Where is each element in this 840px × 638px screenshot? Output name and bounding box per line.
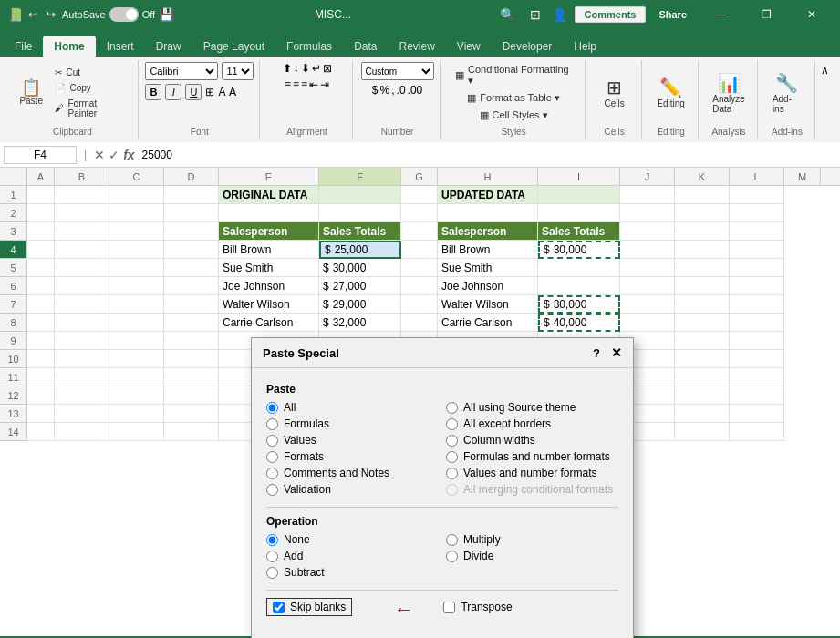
paste-formats-radio[interactable] <box>266 451 278 463</box>
col-header-a[interactable]: A <box>27 168 55 185</box>
paste-values-option[interactable]: Values <box>266 434 439 447</box>
font-color-button[interactable]: A̲ <box>229 86 236 98</box>
cell-g2[interactable] <box>401 204 438 222</box>
row-header-7[interactable]: 7 <box>0 295 27 314</box>
op-subtract-option[interactable]: Subtract <box>266 566 439 579</box>
cell-e3[interactable]: Salesperson <box>219 222 319 241</box>
cell-c3[interactable] <box>109 222 164 241</box>
align-top-button[interactable]: ⬆ <box>283 62 292 75</box>
op-add-option[interactable]: Add <box>266 550 439 562</box>
paste-validation-radio[interactable] <box>266 484 278 496</box>
cell-a5[interactable] <box>27 259 55 277</box>
row-header-3[interactable]: 3 <box>0 222 27 241</box>
comma-button[interactable]: , <box>391 84 394 97</box>
cell-g8[interactable] <box>401 314 438 332</box>
cell-d4[interactable] <box>164 241 219 259</box>
cell-b4[interactable] <box>55 241 109 259</box>
cell-g1[interactable] <box>401 186 438 204</box>
row-header-12[interactable]: 12 <box>0 386 27 405</box>
col-header-k[interactable]: K <box>675 168 730 185</box>
cell-b7[interactable] <box>55 295 109 314</box>
cell-d6[interactable] <box>164 277 219 295</box>
col-header-f[interactable]: F <box>319 168 401 185</box>
cell-k8[interactable] <box>675 314 730 332</box>
col-header-i[interactable]: I <box>538 168 620 185</box>
dialog-help-icon[interactable]: ? <box>593 346 600 360</box>
cell-h8[interactable]: Carrie Carlson <box>438 314 538 332</box>
formula-input[interactable] <box>139 147 836 163</box>
analyze-data-button[interactable]: 📊 AnalyzeData <box>707 70 751 116</box>
cell-k7[interactable] <box>675 295 730 314</box>
cell-f5[interactable]: $ 30,000 <box>319 259 401 277</box>
cell-j5[interactable] <box>620 259 675 277</box>
cell-c1[interactable] <box>109 186 164 204</box>
paste-all-radio[interactable] <box>266 402 278 414</box>
cell-k3[interactable] <box>675 222 730 241</box>
row-header-14[interactable]: 14 <box>0 423 27 441</box>
cell-a8[interactable] <box>27 314 55 332</box>
cell-j7[interactable] <box>620 295 675 314</box>
paste-col-widths-option[interactable]: Column widths <box>446 434 618 447</box>
cell-g3[interactable] <box>401 222 438 241</box>
copy-button[interactable]: 📄Copy <box>49 81 130 95</box>
cell-g5[interactable] <box>401 259 438 277</box>
cell-e8[interactable]: Carrie Carlson <box>219 314 319 332</box>
cell-a2[interactable] <box>27 204 55 222</box>
cell-k1[interactable] <box>675 186 730 204</box>
bold-button[interactable]: B <box>145 84 161 100</box>
cell-k5[interactable] <box>675 259 730 277</box>
search-icon[interactable]: 🔍 <box>493 4 523 26</box>
fill-color-button[interactable]: A <box>218 86 225 98</box>
cell-i3[interactable]: Sales Totals <box>538 222 620 241</box>
cell-d9[interactable] <box>164 332 219 350</box>
cell-c9[interactable] <box>109 332 164 350</box>
cell-i4[interactable]: $ 30,000 <box>538 241 620 259</box>
paste-comments-option[interactable]: Comments and Notes <box>266 467 439 479</box>
cell-e1[interactable]: ORIGINAL DATA <box>219 186 319 204</box>
underline-button[interactable]: U <box>185 84 202 100</box>
cell-b8[interactable] <box>55 314 109 332</box>
format-painter-button[interactable]: 🖌Format Painter <box>49 97 130 120</box>
paste-button[interactable]: 📋 Paste <box>15 77 47 108</box>
cell-h2[interactable] <box>438 204 538 222</box>
paste-all-source-option[interactable]: All using Source theme <box>446 401 618 414</box>
tab-help[interactable]: Help <box>563 36 607 57</box>
row-header-4[interactable]: 4 <box>0 241 27 259</box>
paste-all-source-radio[interactable] <box>446 402 458 414</box>
cell-b2[interactable] <box>55 204 109 222</box>
cell-b9[interactable] <box>55 332 109 350</box>
cell-b5[interactable] <box>55 259 109 277</box>
cell-e6[interactable]: Joe Johnson <box>219 277 319 295</box>
align-center-button[interactable]: ≡ <box>293 78 299 91</box>
cell-a4[interactable] <box>27 241 55 259</box>
tab-developer[interactable]: Developer <box>492 36 564 57</box>
paste-col-widths-radio[interactable] <box>446 435 458 447</box>
row-header-1[interactable]: 1 <box>0 186 27 204</box>
tab-review[interactable]: Review <box>388 36 445 57</box>
align-bottom-button[interactable]: ⬇ <box>301 62 310 75</box>
op-divide-option[interactable]: Divide <box>446 550 618 562</box>
cell-a9[interactable] <box>27 332 55 350</box>
tab-data[interactable]: Data <box>343 36 388 57</box>
cell-g7[interactable] <box>401 295 438 314</box>
cell-l1[interactable] <box>730 186 784 204</box>
redo-icon[interactable]: ↪ <box>44 7 58 22</box>
op-none-option[interactable]: None <box>266 533 439 546</box>
col-header-d[interactable]: D <box>164 168 219 185</box>
cell-f1[interactable] <box>319 186 401 204</box>
formula-confirm-icon[interactable]: ✓ <box>109 148 119 162</box>
close-button[interactable]: ✕ <box>791 0 833 29</box>
row-header-2[interactable]: 2 <box>0 204 27 222</box>
dialog-close-icon[interactable]: ✕ <box>611 345 622 360</box>
cell-c5[interactable] <box>109 259 164 277</box>
ribbon-display-icon[interactable]: ⊡ <box>526 4 544 26</box>
row-header-6[interactable]: 6 <box>0 277 27 295</box>
border-button[interactable]: ⊞ <box>205 86 214 98</box>
row-header-8[interactable]: 8 <box>0 314 27 332</box>
cell-j8[interactable] <box>620 314 675 332</box>
cell-e5[interactable]: Sue Smith <box>219 259 319 277</box>
cell-i7[interactable]: $ 30,000 <box>538 295 620 314</box>
row-header-13[interactable]: 13 <box>0 405 27 423</box>
cell-l5[interactable] <box>730 259 784 277</box>
indent-decrease-button[interactable]: ⇤ <box>309 78 318 91</box>
